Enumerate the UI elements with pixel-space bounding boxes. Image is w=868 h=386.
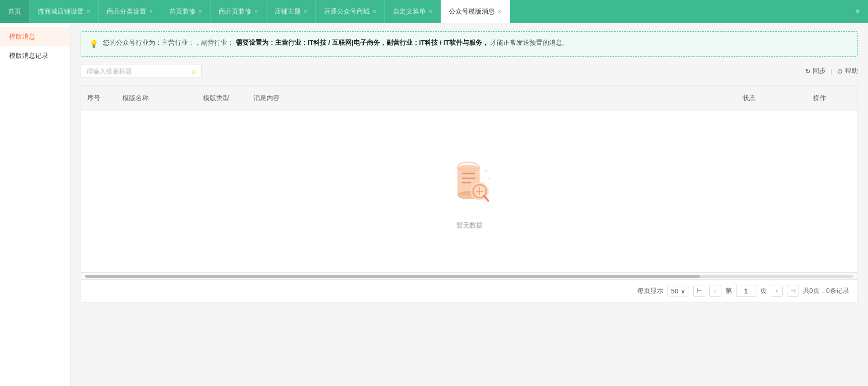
close-tab-open-mall[interactable]: × bbox=[373, 8, 376, 15]
empty-illustration: ✦ ✦ bbox=[439, 153, 500, 214]
svg-text:✦: ✦ bbox=[488, 177, 491, 180]
empty-state: ✦ ✦ 暂无数据 bbox=[439, 153, 500, 230]
tab-bar-close-all[interactable]: × bbox=[847, 7, 868, 16]
sidebar-item-template-msg-record-label: 模版消息记录 bbox=[9, 52, 48, 59]
notice-text: 您的公众号行业为：主营行业：，副营行业： 需要设置为：主营行业：IT科技 / 互… bbox=[103, 38, 569, 48]
first-page-button[interactable]: ⊢ bbox=[693, 285, 705, 297]
page-number-input[interactable] bbox=[736, 285, 756, 297]
tab-shop-settings-label: 微商城店铺设置 bbox=[38, 7, 84, 16]
notice-banner: 💡 您的公众号行业为：主营行业：，副营行业： 需要设置为：主营行业：IT科技 /… bbox=[81, 31, 858, 57]
bulb-icon: 💡 bbox=[89, 38, 99, 50]
close-tab-homepage-decor[interactable]: × bbox=[198, 8, 202, 15]
tab-homepage-decor-label: 首页装修 bbox=[169, 7, 195, 16]
scrollbar-track bbox=[85, 275, 853, 278]
tab-open-mall-label: 开通公众号商城 bbox=[324, 7, 370, 16]
svg-text:✦: ✦ bbox=[484, 168, 488, 174]
next-page-button[interactable]: › bbox=[771, 285, 783, 297]
sidebar-item-template-msg[interactable]: 模版消息 bbox=[0, 27, 70, 46]
close-tab-shop-theme[interactable]: × bbox=[304, 8, 307, 15]
prev-page-button[interactable]: ‹ bbox=[709, 285, 721, 297]
tab-template-msg-label: 公众号模版消息 bbox=[449, 7, 495, 16]
search-icon[interactable]: ⌕ bbox=[192, 67, 196, 75]
page-total: 共0页，0条记录 bbox=[803, 286, 849, 295]
main-content: 💡 您的公众号行业为：主营行业：，副营行业： 需要设置为：主营行业：IT科技 /… bbox=[71, 23, 868, 386]
tab-category-settings[interactable]: 商品分类设置 × bbox=[99, 0, 161, 23]
table-header: 序号 模版名称 模版类型 消息内容 状态 操作 bbox=[81, 86, 857, 111]
close-tab-shop-settings[interactable]: × bbox=[87, 8, 90, 15]
notice-prefix: 您的公众号行业为：主营行业：，副营行业： bbox=[103, 39, 234, 46]
tab-homepage-decor[interactable]: 首页装修 × bbox=[161, 0, 211, 23]
tab-template-msg[interactable]: 公众号模版消息 × bbox=[441, 0, 510, 23]
tab-product-decor[interactable]: 商品页装修 × bbox=[211, 0, 266, 23]
col-header-index: 序号 bbox=[81, 91, 116, 106]
col-header-name: 模版名称 bbox=[116, 91, 197, 106]
chevron-down-icon: ∨ bbox=[681, 287, 686, 295]
tab-home-label: 首页 bbox=[8, 7, 21, 16]
notice-suffix: 才能正常发送预置的消息。 bbox=[490, 39, 569, 46]
search-input[interactable] bbox=[86, 67, 189, 75]
tab-shop-theme[interactable]: 店铺主题 × bbox=[266, 0, 316, 23]
tab-open-mall[interactable]: 开通公众号商城 × bbox=[316, 0, 385, 23]
col-header-type: 模版类型 bbox=[197, 91, 247, 106]
sync-label: 同步 bbox=[813, 66, 826, 75]
page-size-label: 每页显示 bbox=[637, 286, 663, 295]
tab-shop-theme-label: 店铺主题 bbox=[275, 7, 301, 16]
search-bar: ⌕ ↻ 同步 | ⊙ 帮助 bbox=[81, 64, 858, 78]
tab-bar: 首页 微商城店铺设置 × 商品分类设置 × 首页装修 × 商品页装修 × 店铺主… bbox=[0, 0, 868, 23]
col-header-status: 状态 bbox=[737, 91, 807, 106]
sync-button[interactable]: ↻ 同步 bbox=[805, 66, 826, 75]
close-tab-product-decor[interactable]: × bbox=[254, 8, 258, 15]
sidebar-item-template-msg-record[interactable]: 模版消息记录 bbox=[0, 46, 70, 65]
table-body: ✦ ✦ 暂无数据 bbox=[81, 111, 857, 272]
close-tab-custom-menu[interactable]: × bbox=[429, 8, 432, 15]
toolbar-divider: | bbox=[831, 67, 832, 75]
tab-shop-settings[interactable]: 微商城店铺设置 × bbox=[30, 0, 99, 23]
tab-home[interactable]: 首页 bbox=[0, 0, 30, 23]
scrollbar-thumb bbox=[85, 275, 700, 278]
close-tab-category[interactable]: × bbox=[149, 8, 153, 15]
col-header-content: 消息内容 bbox=[247, 91, 737, 106]
page-label: 第 bbox=[725, 286, 732, 295]
toolbar-right: ↻ 同步 | ⊙ 帮助 bbox=[805, 66, 858, 75]
tab-product-decor-label: 商品页装修 bbox=[219, 7, 251, 16]
help-icon: ⊙ bbox=[837, 67, 843, 75]
data-table: 序号 模版名称 模版类型 消息内容 状态 操作 bbox=[81, 85, 858, 302]
sidebar: 模版消息 模版消息记录 bbox=[0, 23, 71, 386]
help-label: 帮助 bbox=[845, 66, 858, 75]
sidebar-item-template-msg-label: 模版消息 bbox=[9, 33, 35, 40]
search-input-wrap: ⌕ bbox=[81, 64, 202, 78]
col-header-actions: 操作 bbox=[807, 91, 857, 106]
pagination: 每页显示 50 ∨ ⊢ ‹ 第 页 › ⊣ 共0页，0条记录 bbox=[81, 279, 857, 302]
horizontal-scrollbar[interactable] bbox=[81, 272, 857, 279]
main-layout: 模版消息 模版消息记录 💡 您的公众号行业为：主营行业：，副营行业： 需要设置为… bbox=[0, 23, 868, 386]
page-size-value: 50 bbox=[671, 287, 678, 295]
last-page-button[interactable]: ⊣ bbox=[787, 285, 799, 297]
tab-custom-menu[interactable]: 自定义菜单 × bbox=[385, 0, 441, 23]
sync-icon: ↻ bbox=[805, 67, 811, 75]
empty-text: 暂无数据 bbox=[456, 221, 483, 230]
page-size-select[interactable]: 50 ∨ bbox=[667, 286, 689, 296]
tab-custom-menu-label: 自定义菜单 bbox=[393, 7, 426, 16]
help-button[interactable]: ⊙ 帮助 bbox=[837, 66, 858, 75]
close-tab-template-msg[interactable]: × bbox=[498, 8, 501, 15]
notice-highlight: 需要设置为：主营行业：IT科技 / 互联网|电子商务，副营行业：IT科技 / I… bbox=[236, 39, 489, 46]
tab-category-settings-label: 商品分类设置 bbox=[107, 7, 146, 16]
page-unit: 页 bbox=[760, 286, 767, 295]
